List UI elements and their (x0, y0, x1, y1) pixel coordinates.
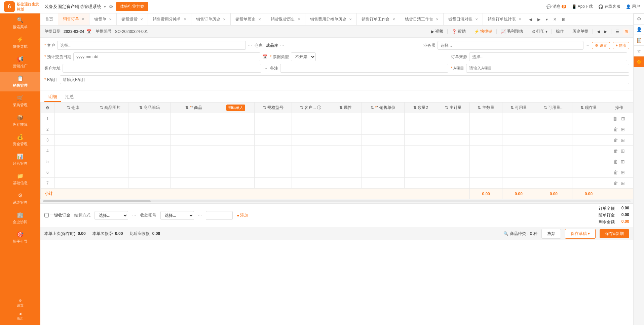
scroll-thumb[interactable] (43, 200, 151, 202)
tab-home[interactable]: 首页 (40, 13, 58, 26)
row-6-delete-btn[interactable]: 🗑 (612, 169, 619, 176)
tab-sales-expense[interactable]: 销售费用分摊单 ✕ (148, 13, 191, 26)
tab-sales-order-history[interactable]: 销售订单历史 ✕ (191, 13, 231, 26)
b-project-input[interactable] (60, 75, 629, 84)
payment-amount-input[interactable]: 0.00 (206, 211, 233, 220)
row-1-main-qty[interactable] (470, 113, 502, 124)
row-1-spec[interactable] (255, 113, 292, 124)
notes-input[interactable] (280, 64, 448, 73)
print-btn[interactable]: 🖨 打印 ▾ (531, 29, 547, 34)
tab-close-order-summary[interactable]: ✕ (519, 17, 521, 21)
row-1-stock[interactable] (572, 113, 605, 124)
row-3-delete-btn[interactable]: 🗑 (612, 137, 619, 144)
row-1-main-unit[interactable] (437, 113, 469, 124)
row-1-avail2[interactable] (535, 113, 572, 124)
row-4-copy-btn[interactable]: ⊞ (619, 148, 626, 154)
row-7-delete-btn[interactable]: 🗑 (612, 180, 619, 187)
tab-daily-clear-workbench[interactable]: 钱货日清工作台 ✕ (400, 13, 444, 26)
right-icon-clipboard[interactable]: 📋 (634, 35, 644, 46)
tab-sales-invoice[interactable]: 销货单 ✕ (89, 13, 117, 26)
help-btn[interactable]: ❓ 帮助 (452, 29, 466, 34)
row-6-copy-btn[interactable]: ⊞ (619, 169, 626, 176)
pay-method-select[interactable]: 选择... (94, 211, 128, 220)
bank-account-select[interactable]: 选择... (160, 211, 194, 220)
sidebar-item-search[interactable]: 🔍 搜索菜单 (0, 13, 40, 33)
sub-tab-detail[interactable]: 明细 (44, 92, 61, 102)
delivery-date-input[interactable] (73, 52, 260, 61)
horizontal-scrollbar[interactable] (40, 199, 633, 203)
save-new-button[interactable]: 保存&新增 (600, 229, 629, 238)
sidebar-item-sales[interactable]: 📋 销售管理 (0, 72, 40, 91)
calendar-icon-delivery[interactable]: 📅 (262, 54, 267, 59)
col-settings[interactable]: ⚙ (41, 103, 55, 113)
tab-expense-history[interactable]: 销售费用分摊单历史 ✕ (305, 13, 357, 26)
tab-daily-reconcile[interactable]: 钱货日清对账 ✕ (444, 13, 483, 26)
tab-sales-order[interactable]: 销售订单 ✕ (58, 13, 89, 26)
tab-close-return-history[interactable]: ✕ (298, 17, 300, 21)
sidebar-item-marketing[interactable]: 📢 营销推广 (0, 52, 40, 72)
sidebar-item-purchase[interactable]: 🛒 采购管理 (0, 91, 40, 111)
list-view-btn[interactable]: ☰ (615, 29, 619, 34)
auto-settle-check[interactable] (44, 213, 49, 217)
row-4-delete-btn[interactable]: 🗑 (612, 148, 619, 154)
card-view-btn[interactable]: ⊞ (623, 29, 629, 35)
row-2-copy-btn[interactable]: ⊞ (619, 126, 626, 133)
solution-button[interactable]: 体验行业方案 (116, 2, 148, 11)
sidebar-settings-btn[interactable]: ⚙ 设置 (3, 297, 38, 309)
tab-close-sales-order-history[interactable]: ✕ (223, 17, 226, 21)
staff-input[interactable] (438, 41, 583, 50)
tab-invoice-history[interactable]: 销货单历史 ✕ (231, 13, 266, 26)
tab-nav-more[interactable]: ▾ (543, 13, 551, 26)
row-1-code[interactable] (128, 113, 171, 124)
sidebar-item-inventory[interactable]: 📦 库存核算 (0, 111, 40, 130)
row-1-unit[interactable] (362, 113, 404, 124)
discard-button[interactable]: 放弃 (541, 229, 561, 239)
tab-nav-next[interactable]: ▶ (535, 13, 543, 26)
add-payment-btn[interactable]: ● 添加 (237, 212, 248, 218)
sidebar-item-base-info[interactable]: 📁 基础信息 (0, 169, 40, 189)
sidebar-item-guide[interactable]: 🎯 新手引导 (0, 228, 40, 247)
tab-nav-prev[interactable]: ◀ (526, 13, 535, 26)
customer-more-btn[interactable]: ··· (248, 43, 252, 48)
next-record-btn[interactable]: ▶ (604, 29, 607, 34)
message-link[interactable]: 💬 消息 9 (546, 4, 566, 9)
sidebar-item-finance[interactable]: 💰 资金管理 (0, 130, 40, 150)
tab-close-sales-return[interactable]: ✕ (140, 17, 143, 21)
tab-sales-return[interactable]: 销货退货 ✕ (117, 13, 148, 26)
sub-tab-summary[interactable]: 汇总 (61, 92, 78, 102)
right-icon-alert[interactable]: 🔶 (634, 56, 644, 67)
right-icon-star[interactable]: ☆ (634, 46, 644, 56)
tab-close-expense-history[interactable]: ✕ (349, 17, 352, 21)
app-download-link[interactable]: 📱 App下载 (572, 4, 593, 9)
row-1-product[interactable] (171, 113, 217, 124)
settings-icon[interactable]: ⚙ (109, 3, 113, 10)
tab-return-history[interactable]: 销货退货历史 ✕ (266, 13, 305, 26)
sidebar-item-quick-nav[interactable]: ⚡ 快捷导航 (0, 33, 40, 52)
print-dropdown-icon[interactable]: ▾ (545, 29, 547, 34)
row-5-delete-btn[interactable]: 🗑 (612, 158, 619, 165)
save-draft-dropdown-icon[interactable]: ▾ (588, 231, 590, 236)
prev-record-btn[interactable]: ◀ (597, 29, 600, 34)
online-service-link[interactable]: 🎧 在线客服 (598, 4, 620, 9)
history-btn[interactable]: 历史单据 (572, 29, 589, 34)
right-icon-user[interactable]: 👤 (634, 24, 644, 35)
sidebar-collapse-btn[interactable]: ◀ 收起 (3, 311, 38, 322)
row-1-qty2[interactable] (404, 113, 437, 124)
column-settings-icon[interactable]: ⚙ (46, 106, 49, 110)
set-btn[interactable]: ⚙ 视频设置 (592, 42, 610, 49)
sidebar-item-operations[interactable]: 📊 经营管理 (0, 150, 40, 169)
calendar-icon[interactable]: 📅 (86, 29, 91, 34)
view-video-btn[interactable]: ▶ 视频 (431, 29, 443, 34)
save-draft-button[interactable]: 保存草稿 ▾ (565, 229, 596, 239)
tab-close-daily-reconcile[interactable]: ✕ (475, 17, 478, 21)
shortcut-btn[interactable]: ⚡ 快捷键 (474, 29, 492, 34)
a-project-input[interactable] (466, 64, 629, 73)
add-item-btn[interactable]: + 物流 (613, 42, 629, 49)
row-5-copy-btn[interactable]: ⊞ (619, 158, 626, 165)
sidebar-item-system[interactable]: ⚙ 系统管理 (0, 189, 40, 208)
tab-close-order-workbench[interactable]: ✕ (392, 17, 395, 21)
tab-nav-grid[interactable]: ⊞ (559, 13, 568, 26)
tab-close-sales-expense[interactable]: ✕ (184, 17, 186, 21)
address-input[interactable] (63, 64, 261, 73)
row-1-copy-btn[interactable]: ⊞ (620, 115, 627, 122)
